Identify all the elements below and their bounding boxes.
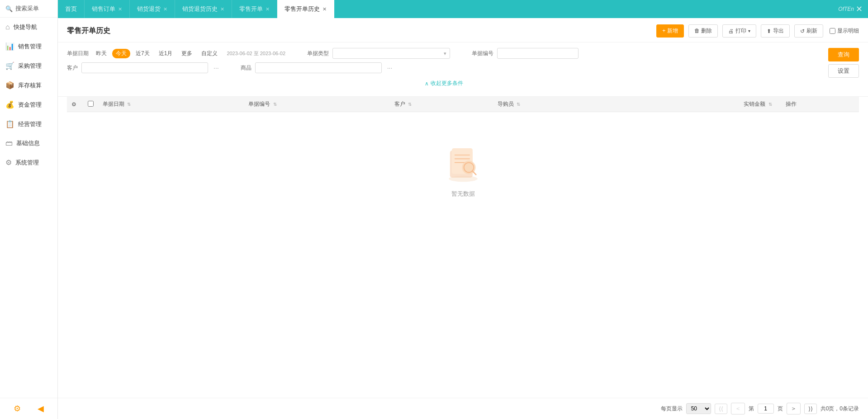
sidebar-item-sys-mgmt[interactable]: ⚙ 系统管理 xyxy=(0,153,57,172)
tab-sales-return-history-close[interactable]: ✕ xyxy=(220,6,224,12)
show-detail-label-text: 显示明细 xyxy=(837,27,859,35)
setting-button[interactable]: 设置 xyxy=(828,64,859,78)
sidebar-item-label: 采购管理 xyxy=(18,62,42,70)
home-icon: ⌂ xyxy=(5,23,10,31)
th-number-sort-icon[interactable]: ⇅ xyxy=(273,102,277,107)
first-page-btn[interactable]: ⟨⟨ xyxy=(715,404,727,414)
date-today-btn[interactable]: 今天 xyxy=(112,49,130,58)
sidebar-search[interactable]: 🔍 搜索采单 xyxy=(0,0,57,18)
date-yesterday-btn[interactable]: 昨天 xyxy=(92,49,110,58)
filter-area: 单据日期 昨天 今天 近7天 近1月 更多 自定义 2023-06-02 至 2… xyxy=(58,42,868,97)
sidebar-footer: ⚙ ◀ xyxy=(0,398,57,419)
tab-retail-open-history-label: 零售开单历史 xyxy=(285,5,320,13)
th-salesperson-label: 导购员 xyxy=(498,101,514,107)
date-range-display: 2023-06-02 至 2023-06-02 xyxy=(227,50,285,57)
query-button[interactable]: 查询 xyxy=(828,48,859,61)
export-button[interactable]: ⬆ 导出 xyxy=(761,24,790,38)
page-word: 第 xyxy=(749,405,754,413)
date-shortcuts: 昨天 今天 近7天 近1月 更多 自定义 xyxy=(92,49,221,58)
th-actions-label: 操作 xyxy=(786,101,797,107)
settings-icon[interactable]: ⚙ xyxy=(71,101,76,108)
print-icon: 🖨 xyxy=(728,28,734,34)
table-header: ⚙ 单据日期 ⇅ 单据编号 ⇅ xyxy=(67,97,859,112)
tab-sales-return-label: 销货退货 xyxy=(137,5,161,13)
export-label: 导出 xyxy=(773,27,784,35)
sidebar-item-inventory[interactable]: 📦 库存核算 xyxy=(0,75,57,95)
tabs-bar-right: OfTEn ✕ xyxy=(838,4,868,14)
table-header-row: ⚙ 单据日期 ⇅ 单据编号 ⇅ xyxy=(67,97,859,112)
date-1month-btn[interactable]: 近1月 xyxy=(155,49,176,58)
th-checkbox xyxy=(83,97,98,112)
sidebar-item-sales-mgmt[interactable]: 📊 销售管理 xyxy=(0,37,57,56)
sidebar-item-quick-nav[interactable]: ⌂ 快捷导航 xyxy=(0,18,57,37)
tab-sales-order-close[interactable]: ✕ xyxy=(118,6,122,12)
often-label: OfTEn xyxy=(838,6,854,12)
goods-input[interactable] xyxy=(255,62,382,73)
type-select[interactable] xyxy=(332,48,450,59)
print-button[interactable]: 🖨 打印 ▾ xyxy=(722,24,756,38)
sidebar-item-finance[interactable]: 💰 资金管理 xyxy=(0,95,57,114)
tab-retail-open-history[interactable]: 零售开单历史 ✕ xyxy=(277,0,334,18)
add-button[interactable]: + 新增 xyxy=(656,24,683,38)
database-icon: 🗃 xyxy=(5,139,13,147)
page-input[interactable] xyxy=(758,404,774,414)
th-amount-sort-icon[interactable]: ⇅ xyxy=(768,102,772,107)
date-custom-btn[interactable]: 自定义 xyxy=(198,49,221,58)
refresh-label: 刷新 xyxy=(806,27,817,35)
sidebar-item-purchase-mgmt[interactable]: 🛒 采购管理 xyxy=(0,56,57,75)
tab-retail-open-history-close[interactable]: ✕ xyxy=(323,6,327,12)
sidebar-item-label: 基础信息 xyxy=(16,139,40,147)
next-page-btn[interactable]: ＞ xyxy=(787,403,801,414)
filter-section: 单据日期 昨天 今天 近7天 近1月 更多 自定义 2023-06-02 至 2… xyxy=(67,48,859,93)
sidebar-item-operations[interactable]: 📋 经营管理 xyxy=(0,114,57,134)
empty-state-cell: 暂无数据 xyxy=(67,112,859,226)
footer-settings-btn[interactable]: ⚙ xyxy=(14,404,21,414)
th-number-label: 单据编号 xyxy=(248,101,270,107)
money-icon: 💰 xyxy=(5,100,14,109)
collapse-chevron-icon: ∧ xyxy=(425,80,429,87)
filter-row-1: 单据日期 昨天 今天 近7天 近1月 更多 自定义 2023-06-02 至 2… xyxy=(67,48,821,59)
number-input[interactable] xyxy=(497,48,579,59)
tab-retail-open[interactable]: 零售开单 ✕ xyxy=(232,0,277,18)
th-salesperson-sort-icon[interactable]: ⇅ xyxy=(517,102,520,107)
tab-retail-open-close[interactable]: ✕ xyxy=(266,6,270,12)
pagination: 每页显示 50 10 20 100 ⟨⟨ ＜ 第 页 ＞ ⟩⟩ 共0页，0条记录 xyxy=(58,398,868,419)
content-area: 零售开单历史 + 新增 🗑 删除 🖨 打印 ▾ ⬆ 导出 ↺ 刷新 xyxy=(58,18,868,419)
per-page-select[interactable]: 50 10 20 100 xyxy=(686,403,711,414)
goods-label: 商品 xyxy=(241,64,251,72)
th-customer-sort-icon[interactable]: ⇅ xyxy=(408,102,412,107)
date-7days-btn[interactable]: 近7天 xyxy=(132,49,153,58)
collapse-label: 收起更多条件 xyxy=(431,80,463,87)
show-detail-checkbox[interactable] xyxy=(830,28,835,34)
goods-more-icon[interactable]: ··· xyxy=(387,64,393,71)
th-date-sort-icon[interactable]: ⇅ xyxy=(127,102,131,107)
print-label: 打印 xyxy=(735,27,746,35)
select-all-checkbox[interactable] xyxy=(88,101,94,107)
tab-sales-return-history[interactable]: 销货退货历史 ✕ xyxy=(175,0,232,18)
sidebar: 🔍 搜索采单 ⌂ 快捷导航 📊 销售管理 🛒 采购管理 📦 库存核算 💰 资金管… xyxy=(0,0,58,419)
sidebar-item-base-info[interactable]: 🗃 基础信息 xyxy=(0,134,57,153)
table-body: 暂无数据 xyxy=(67,112,859,226)
type-select-wrapper: ▾ xyxy=(332,48,450,59)
footer-collapse-btn[interactable]: ◀ xyxy=(38,404,44,414)
sidebar-search-label: 搜索采单 xyxy=(15,5,39,13)
th-amount-label: 实销金额 xyxy=(744,101,765,107)
prev-page-btn[interactable]: ＜ xyxy=(731,403,745,414)
customer-more-icon[interactable]: ··· xyxy=(213,64,219,71)
th-date-label: 单据日期 xyxy=(103,101,124,107)
tabs-close-btn[interactable]: ✕ xyxy=(856,4,863,14)
collapse-btn[interactable]: ∧ 收起更多条件 xyxy=(425,78,463,89)
tab-sales-return-close[interactable]: ✕ xyxy=(163,6,167,12)
export-icon: ⬆ xyxy=(767,28,771,34)
tab-sales-order[interactable]: 销售订单 ✕ xyxy=(85,0,130,18)
th-number: 单据编号 ⇅ xyxy=(244,97,389,112)
last-page-btn[interactable]: ⟩⟩ xyxy=(804,404,817,414)
delete-button[interactable]: 🗑 删除 xyxy=(688,24,718,38)
tab-sales-return[interactable]: 销货退货 ✕ xyxy=(130,0,175,18)
customer-input[interactable] xyxy=(81,62,208,73)
refresh-button[interactable]: ↺ 刷新 xyxy=(794,24,823,38)
tab-home[interactable]: 首页 xyxy=(58,0,85,18)
tab-retail-open-label: 零售开单 xyxy=(239,5,263,13)
show-detail-toggle[interactable]: 显示明细 xyxy=(830,27,859,35)
date-more-btn[interactable]: 更多 xyxy=(178,49,196,58)
